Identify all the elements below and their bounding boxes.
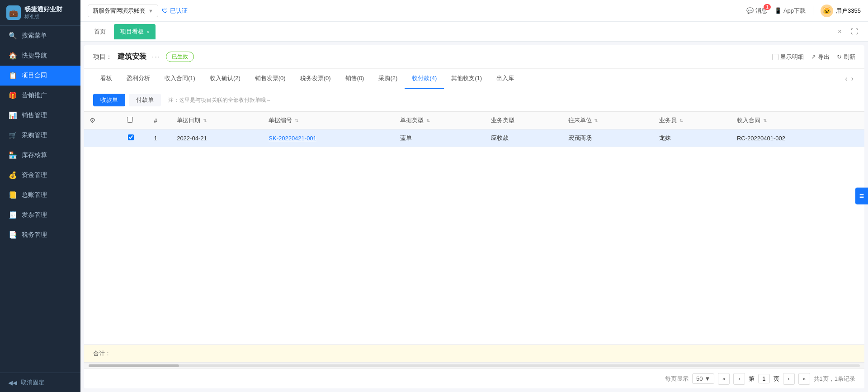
export-button[interactable]: ↗ 导出: [811, 53, 830, 61]
sidebar-scroll: 🔍 搜索菜单 🏠 快捷导航 📋 项目合同 🎁 营销推广 📊 销售管理 🛒 采购管…: [0, 26, 80, 373]
sidebar-item-ledger[interactable]: 📒 总账管理: [0, 185, 80, 205]
sidebar-item-label: 搜索菜单: [22, 32, 47, 40]
tab-home[interactable]: 首页: [88, 24, 112, 39]
content-panel: 项目： 建筑安装 ··· 已生效 显示明细 ↗ 导出 ↻ 刷新: [84, 45, 864, 388]
th-partner[interactable]: 往来单位 ⇅: [563, 112, 654, 129]
show-detail-checkbox[interactable]: 显示明细: [772, 53, 804, 61]
td-type: 蓝单: [395, 129, 486, 147]
shield-icon: 🛡: [162, 7, 168, 14]
sidebar-logo: 💼 畅捷通好业财 标准版: [0, 0, 80, 26]
td-date: 2022-04-21: [171, 129, 263, 147]
record-link[interactable]: SK-20220421-001: [269, 135, 316, 142]
project-prefix: 项目：: [93, 53, 112, 61]
topbar-divider: [813, 6, 813, 15]
sort-icon: ⇅: [426, 118, 430, 123]
sub-tab-other-income[interactable]: 其他收支(1): [444, 69, 489, 89]
sidebar-unpin-button[interactable]: ◀◀ 取消固定: [0, 373, 80, 392]
sidebar-item-project-contract[interactable]: 📋 项目合同: [0, 66, 80, 86]
chevron-down-icon: ▼: [148, 8, 153, 14]
certified-badge: 🛡 已认证: [162, 7, 188, 15]
sub-tab-payment[interactable]: 收付款(4): [405, 69, 444, 89]
sub-tab-income-confirm[interactable]: 收入确认(2): [203, 69, 248, 89]
sidebar-item-marketing[interactable]: 🎁 营销推广: [0, 86, 80, 105]
sidebar: 💼 畅捷通好业财 标准版 🔍 搜索菜单 🏠 快捷导航 📋 项目合同 🎁 营销推广…: [0, 0, 80, 392]
first-page-button[interactable]: «: [718, 373, 730, 385]
user-menu[interactable]: 🐱 用户3355: [821, 5, 861, 17]
td-partner: 宏茂商场: [563, 129, 654, 147]
tax-icon: 📑: [8, 230, 17, 239]
th-settings[interactable]: ⚙: [84, 112, 122, 129]
th-staff[interactable]: 业务员 ⇅: [654, 112, 731, 129]
pin-icon: ◀◀: [8, 379, 17, 386]
sort-icon: ⇅: [679, 118, 683, 123]
sidebar-item-label: 销售管理: [22, 111, 47, 120]
sub-tab-prev-arrow[interactable]: ‹: [843, 73, 849, 85]
tab-project-board[interactable]: 项目看板 ×: [114, 24, 156, 39]
data-table: ⚙ # 单据日期 ⇅ 单据编号 ⇅: [84, 111, 864, 147]
more-options-icon[interactable]: ···: [152, 53, 160, 61]
td-income-contract: RC-20220401-002: [731, 129, 864, 147]
sub-tab-profit[interactable]: 盈利分析: [119, 69, 157, 89]
select-all-checkbox[interactable]: [127, 117, 133, 123]
th-date[interactable]: 单据日期 ⇅: [171, 112, 263, 129]
sub-tab-board[interactable]: 看板: [93, 69, 119, 89]
sidebar-item-invoice[interactable]: 🧾 发票管理: [0, 205, 80, 225]
row-checkbox[interactable]: [128, 134, 134, 140]
prev-page-button[interactable]: ‹: [733, 373, 745, 385]
tabs-nav: 首页 项目看板 × × ⛶: [80, 22, 868, 42]
sub-tab-purchase[interactable]: 采购(2): [371, 69, 405, 89]
sidebar-item-purchase[interactable]: 🛒 采购管理: [0, 125, 80, 145]
scroll-bar-area: [84, 362, 864, 368]
sub-tab-sales-invoice[interactable]: 销售发票(0): [248, 69, 293, 89]
last-page-button[interactable]: »: [798, 373, 810, 385]
td-biz-type: 应收款: [486, 129, 563, 147]
sales-icon: 📊: [8, 111, 17, 120]
sidebar-item-quick-nav[interactable]: 🏠 快捷导航: [0, 46, 80, 66]
invoice-icon: 🧾: [8, 210, 17, 220]
logo-icon: 💼: [6, 5, 21, 20]
tab-project-board-label: 项目看板: [120, 28, 144, 36]
sidebar-item-search[interactable]: 🔍 搜索菜单: [0, 26, 80, 46]
tab-close-icon[interactable]: ×: [146, 29, 149, 34]
messages-button[interactable]: 💬 消息 1: [746, 7, 767, 15]
th-code[interactable]: 单据编号 ⇅: [263, 112, 395, 129]
tab-home-label: 首页: [94, 28, 106, 36]
app-download-button[interactable]: 📱 App下载: [774, 7, 806, 15]
per-page-label: 每页显示: [665, 375, 689, 383]
total-info: 共1页，1条记录: [814, 375, 855, 383]
project-header: 项目： 建筑安装 ··· 已生效 显示明细 ↗ 导出 ↻ 刷新: [84, 45, 864, 69]
settings-icon[interactable]: ⚙: [90, 116, 95, 124]
window-close-button[interactable]: ×: [835, 28, 844, 36]
next-page-button[interactable]: ›: [783, 373, 795, 385]
sidebar-item-sales[interactable]: 📊 销售管理: [0, 105, 80, 125]
td-settings: [84, 129, 122, 147]
scroll-track: [89, 364, 860, 367]
account-selector[interactable]: 新服务官网演示账套 ▼: [88, 5, 158, 17]
pagination: 每页显示 50 ▼ « ‹ 第 1 页 › » 共1页，1条记录: [84, 368, 864, 388]
sub-tab-inout[interactable]: 出入库: [489, 69, 521, 89]
th-income-contract[interactable]: 收入合同 ⇅: [731, 112, 864, 129]
scroll-thumb[interactable]: [89, 364, 179, 367]
inner-tab-receipt[interactable]: 收款单: [93, 94, 125, 106]
page-suffix: 页: [774, 375, 779, 383]
sidebar-item-label: 发票管理: [22, 211, 47, 219]
sidebar-item-tax[interactable]: 📑 税务管理: [0, 225, 80, 245]
topbar: 新服务官网演示账套 ▼ 🛡 已认证 💬 消息 1 📱 App下载 🐱 用户335…: [80, 0, 868, 22]
sort-icon: ⇅: [295, 118, 298, 123]
sidebar-item-inventory[interactable]: 🏪 库存核算: [0, 145, 80, 165]
total-bar: 合计：: [84, 344, 864, 362]
sub-tab-sales[interactable]: 销售(0): [338, 69, 372, 89]
sidebar-item-finance[interactable]: 💰 资金管理: [0, 165, 80, 185]
quick-access-button[interactable]: ≡: [855, 188, 868, 205]
sub-tab-next-arrow[interactable]: ›: [849, 73, 855, 85]
sort-icon: ⇅: [594, 118, 598, 123]
sub-tab-tax-invoice[interactable]: 税务发票(0): [293, 69, 338, 89]
per-page-select[interactable]: 50 ▼: [692, 373, 714, 384]
th-type[interactable]: 单据类型 ⇅: [395, 112, 486, 129]
window-maximize-button[interactable]: ⛶: [848, 28, 861, 36]
inner-tab-payment[interactable]: 付款单: [129, 94, 161, 106]
sub-tab-income-contract[interactable]: 收入合同(1): [157, 69, 203, 89]
sidebar-item-label: 总账管理: [22, 191, 47, 199]
refresh-button[interactable]: ↻ 刷新: [837, 53, 855, 61]
td-code[interactable]: SK-20220421-001: [263, 129, 395, 147]
